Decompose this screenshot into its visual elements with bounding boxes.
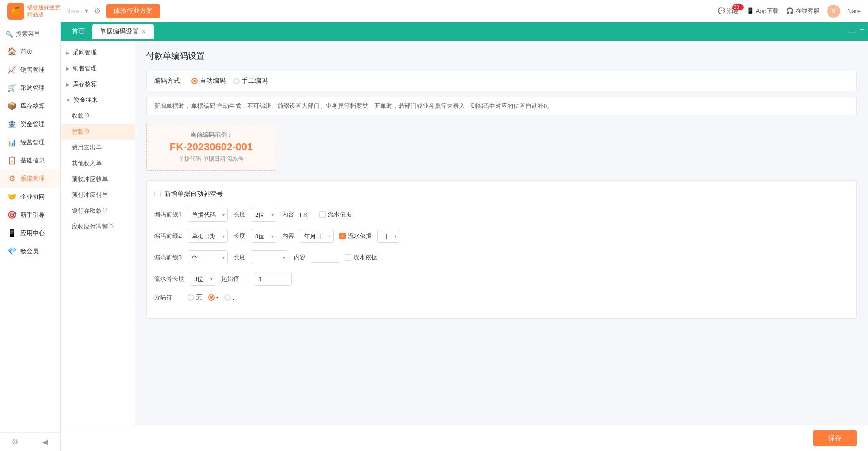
prefix2-length-label: 长度 bbox=[233, 232, 245, 240]
nav-group-sales[interactable]: ▶ 销售管理 bbox=[61, 61, 135, 76]
user-display-name: Nare bbox=[848, 7, 861, 14]
tab-active-label: 单据编码设置 bbox=[100, 27, 139, 36]
sep-none-label: 无 bbox=[196, 293, 202, 302]
sep-dot-radio[interactable]: . bbox=[224, 294, 235, 301]
serial-length-select[interactable]: 3位 4位 5位 bbox=[190, 272, 215, 286]
app-download-btn[interactable]: 📱 App下载 bbox=[747, 7, 779, 15]
radio-auto[interactable]: 自动编码 bbox=[191, 77, 226, 85]
prefix2-serial-unit-select[interactable]: 日 月 年 bbox=[377, 229, 399, 243]
prefix2-content-select[interactable]: 年月日 年月 年 bbox=[300, 229, 334, 243]
prefix3-serial-checkbox[interactable] bbox=[345, 254, 351, 261]
nav-item-bank[interactable]: 银行存取款单 bbox=[61, 203, 135, 219]
sep-dot-dot bbox=[224, 294, 231, 301]
app-center-icon: 📱 bbox=[7, 229, 17, 237]
prefix3-select[interactable]: 空 单据代码 部门 bbox=[188, 250, 228, 264]
enterprise-icon: 🤝 bbox=[7, 192, 17, 201]
info-bar: 新增单据时，'单据编码'自动生成，不可编辑。前缀设置为部门、业务员等档案类，开单… bbox=[146, 97, 857, 115]
settings-icon[interactable]: ⚙ bbox=[94, 7, 101, 15]
search-icon: 🔍 bbox=[6, 31, 13, 38]
app-download-icon: 📱 bbox=[747, 7, 754, 14]
prefix3-serial-wrap: 流水依据 bbox=[345, 253, 377, 262]
config-section: 新增单据自动补空号 编码前缀1 单据代码 部门 业务员 空 bbox=[146, 180, 857, 319]
prefix1-serial-checkbox[interactable] bbox=[319, 211, 326, 218]
sep-dash-label: - bbox=[216, 294, 219, 301]
nav-item-adjust[interactable]: 应收应付调整单 bbox=[61, 219, 135, 235]
sidebar-settings-btn[interactable]: ⚙ bbox=[0, 433, 30, 451]
sidebar-item-label: 经营管理 bbox=[20, 138, 45, 147]
window-min-btn[interactable]: — bbox=[848, 27, 856, 36]
sidebar-item-label: 新手引导 bbox=[20, 211, 45, 219]
sidebar-search[interactable]: 🔍 搜索菜单 bbox=[0, 26, 60, 42]
separator-row: 分隔符 无 - . bbox=[154, 293, 849, 302]
expand-icon[interactable]: ▾ bbox=[85, 7, 88, 15]
sidebar-item-label: 畅会员 bbox=[20, 247, 39, 256]
tab-home-label: 首页 bbox=[72, 27, 85, 36]
page-title: 付款单编码设置 bbox=[146, 50, 857, 61]
sidebar-item-label: 应用中心 bbox=[20, 229, 45, 237]
nav-item-prepay-receivable[interactable]: 预收冲应收单 bbox=[61, 171, 135, 187]
prefix2-serial-label: 流水依据 bbox=[348, 232, 372, 240]
tab-home[interactable]: 首页 bbox=[64, 24, 92, 39]
serial-row: 流水号长度 3位 4位 5位 起始值 bbox=[154, 272, 849, 286]
sidebar-item-sales[interactable]: 📈 销售管理 bbox=[0, 61, 60, 79]
tab-bar: 首页 单据编码设置 ✕ — □ bbox=[61, 22, 868, 41]
separator-label: 分隔符 bbox=[154, 293, 182, 302]
arrow-icon: ▶ bbox=[66, 66, 70, 71]
sidebar-item-purchase[interactable]: 🛒 采购管理 bbox=[0, 79, 60, 97]
tab-close-icon[interactable]: ✕ bbox=[141, 28, 146, 35]
sidebar-item-inventory[interactable]: 📦 库存核算 bbox=[0, 97, 60, 115]
sidebar-item-finance[interactable]: 🏦 资金管理 bbox=[0, 115, 60, 133]
experience-btn[interactable]: 体验行业方案 bbox=[106, 4, 160, 18]
prefix3-length-select[interactable] bbox=[251, 250, 288, 264]
radio-manual[interactable]: 手工编码 bbox=[233, 77, 268, 85]
radio-auto-label: 自动编码 bbox=[200, 77, 226, 85]
prefix2-length-select[interactable]: 8位 6位 4位 bbox=[251, 229, 276, 243]
left-nav: ▶ 采购管理 ▶ 销售管理 ▶ 库存核算 ▼ 资金往来 收款单 付款单 费用支出… bbox=[61, 41, 135, 425]
tab-code-setting[interactable]: 单据编码设置 ✕ bbox=[92, 24, 154, 39]
member-icon: 💎 bbox=[7, 247, 17, 256]
sidebar: 🔍 搜索菜单 🏠 首页 📈 销售管理 🛒 采购管理 📦 库存核算 🏦 资金管理 … bbox=[0, 22, 61, 451]
sidebar-item-home[interactable]: 🏠 首页 bbox=[0, 42, 60, 61]
nav-group-inventory[interactable]: ▶ 库存核算 bbox=[61, 76, 135, 92]
window-max-btn[interactable]: □ bbox=[860, 27, 864, 36]
message-badge: 99+ bbox=[732, 4, 744, 10]
nav-group-finance[interactable]: ▼ 资金往来 bbox=[61, 92, 135, 108]
sidebar-collapse-btn[interactable]: ◀ bbox=[30, 433, 61, 451]
sidebar-item-guide[interactable]: 🎯 新手引导 bbox=[0, 206, 60, 224]
nav-item-other-income[interactable]: 其他收入单 bbox=[61, 155, 135, 171]
auto-fill-checkbox[interactable] bbox=[154, 191, 161, 197]
nav-item-prepay-payable[interactable]: 预付冲应付单 bbox=[61, 187, 135, 203]
prefix2-select[interactable]: 单据日期 部门 空 bbox=[188, 229, 228, 243]
prefix2-length-select-wrap: 8位 6位 4位 bbox=[251, 229, 276, 243]
nav-item-expense[interactable]: 费用支出单 bbox=[61, 140, 135, 155]
nav-group-purchase[interactable]: ▶ 采购管理 bbox=[61, 45, 135, 61]
sep-dash-radio[interactable]: - bbox=[208, 294, 219, 301]
start-value-input[interactable] bbox=[255, 272, 292, 286]
message-btn[interactable]: 💬 消息 99+ bbox=[718, 7, 739, 15]
online-service-btn[interactable]: 🎧 在线客服 bbox=[786, 7, 820, 15]
user-avatar[interactable]: N bbox=[827, 5, 840, 18]
prefix1-select[interactable]: 单据代码 部门 业务员 空 bbox=[188, 208, 228, 222]
sidebar-item-system[interactable]: ⚙ 系统管理 bbox=[0, 169, 60, 188]
sidebar-item-basic-info[interactable]: 📋 基础信息 bbox=[0, 151, 60, 169]
sidebar-item-member[interactable]: 💎 畅会员 bbox=[0, 242, 60, 260]
prefix2-serial-checkbox[interactable]: ✓ bbox=[339, 233, 346, 239]
auto-fill-row: 新增单据自动补空号 bbox=[154, 190, 849, 198]
radio-group: 自动编码 手工编码 bbox=[191, 77, 268, 85]
home-icon: 🏠 bbox=[7, 47, 17, 56]
nav-item-receipt[interactable]: 收款单 bbox=[61, 108, 135, 124]
prefix2-label: 编码前缀2 bbox=[154, 232, 182, 240]
nav-group-sales-label: 销售管理 bbox=[73, 64, 97, 73]
prefix3-length-label: 长度 bbox=[233, 253, 245, 262]
sidebar-item-app-center[interactable]: 📱 应用中心 bbox=[0, 224, 60, 242]
sidebar-item-enterprise[interactable]: 🤝 企业协同 bbox=[0, 188, 60, 206]
prefix1-serial-wrap: 流水依据 bbox=[319, 210, 352, 219]
nav-item-payment[interactable]: 付款单 bbox=[61, 124, 135, 140]
sidebar-item-management[interactable]: 📊 经营管理 bbox=[0, 133, 60, 151]
sep-dash-dot bbox=[208, 294, 215, 301]
prefix2-select-wrap: 单据日期 部门 空 bbox=[188, 229, 228, 243]
prefix1-length-select[interactable]: 2位 3位 4位 bbox=[251, 208, 276, 222]
sep-none-radio[interactable]: 无 bbox=[188, 293, 202, 302]
main-layout: 🔍 搜索菜单 🏠 首页 📈 销售管理 🛒 采购管理 📦 库存核算 🏦 资金管理 … bbox=[0, 22, 868, 451]
save-button[interactable]: 保存 bbox=[813, 430, 857, 446]
